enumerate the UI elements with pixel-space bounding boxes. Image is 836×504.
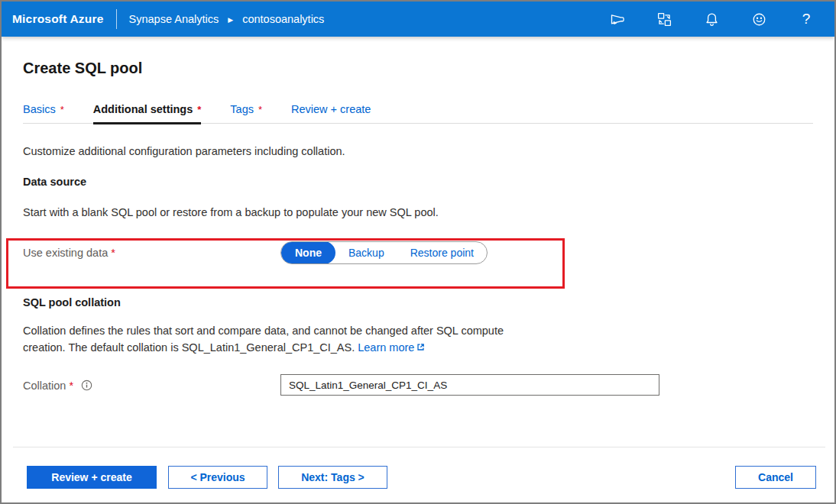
option-none[interactable]: None (281, 241, 335, 264)
use-existing-data-toggle: None Backup Restore point (280, 241, 488, 264)
megaphone-icon[interactable] (608, 11, 625, 27)
help-icon[interactable]: ? (798, 11, 815, 27)
next-tags-button[interactable]: Next: Tags > (278, 466, 387, 489)
bell-icon[interactable] (703, 11, 720, 27)
tab-review-create[interactable]: Review + create (291, 103, 371, 123)
previous-button[interactable]: < Previous (168, 466, 267, 489)
option-restore-point[interactable]: Restore point (397, 241, 487, 264)
learn-more-link[interactable]: Learn more (358, 341, 414, 354)
breadcrumb: Synapse Analytics ▶ contosoanalytics (129, 13, 325, 25)
azure-brand[interactable]: Microsoft Azure (12, 12, 104, 26)
topbar-icons: ? (608, 11, 815, 27)
external-link-icon (414, 341, 425, 354)
wizard-tabs: Basics* Additional settings* Tags* Revie… (23, 103, 813, 124)
use-existing-data-label: Use existing data* (23, 247, 280, 259)
tab-additional-settings[interactable]: Additional settings* (93, 103, 202, 124)
cancel-button[interactable]: Cancel (735, 466, 816, 489)
breadcrumb-separator-icon: ▶ (228, 16, 233, 24)
topbar-divider (116, 9, 117, 29)
main-content: Create SQL pool Basics* Additional setti… (2, 60, 834, 396)
directory-switch-icon[interactable] (656, 11, 672, 27)
data-source-heading: Data source (23, 176, 813, 188)
page-title: Create SQL pool (23, 60, 813, 77)
collation-label: Collation* (23, 378, 280, 392)
collation-heading: SQL pool collation (23, 296, 813, 309)
footer-divider (13, 447, 825, 447)
create-sql-pool-window: Microsoft Azure Synapse Analytics ▶ cont… (0, 0, 836, 504)
collation-description: Collation defines the rules that sort an… (23, 322, 627, 356)
option-backup[interactable]: Backup (335, 241, 397, 264)
info-icon[interactable] (81, 380, 92, 391)
breadcrumb-app[interactable]: Synapse Analytics (129, 13, 219, 25)
footer-bar: Review + create < Previous Next: Tags > … (27, 466, 816, 489)
intro-text: Customize additional configuration param… (23, 145, 813, 157)
breadcrumb-resource[interactable]: contosoanalytics (242, 13, 324, 25)
collation-field-row: Collation* (23, 374, 813, 396)
use-existing-data-row: Use existing data* None Backup Restore p… (23, 228, 813, 278)
smiley-icon[interactable] (750, 11, 767, 27)
tab-basics[interactable]: Basics* (23, 103, 64, 123)
review-create-button[interactable]: Review + create (27, 466, 157, 489)
data-source-description: Start with a blank SQL pool or restore f… (23, 206, 813, 218)
collation-input[interactable] (280, 374, 659, 396)
tab-tags[interactable]: Tags* (230, 103, 262, 123)
azure-top-bar: Microsoft Azure Synapse Analytics ▶ cont… (2, 2, 834, 37)
